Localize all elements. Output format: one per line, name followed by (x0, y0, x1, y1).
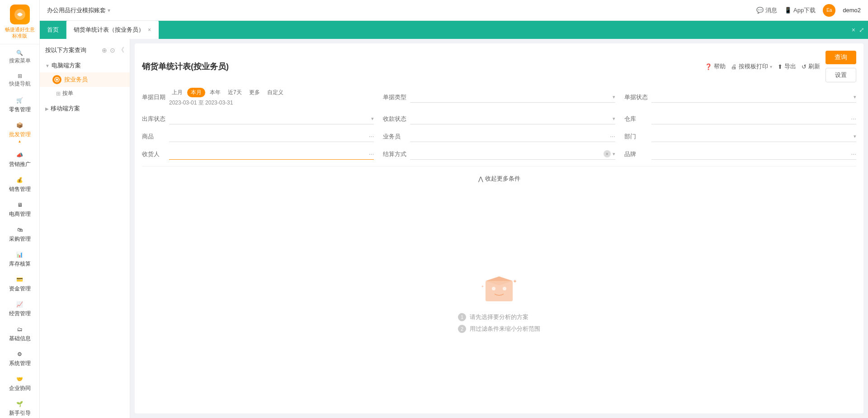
refresh-button[interactable]: ↺ 刷新 (802, 62, 820, 71)
receipt-label: 收款状态 (383, 115, 406, 123)
consignee-input[interactable] (169, 151, 367, 157)
consignee-input-wrap[interactable]: ··· (169, 148, 374, 160)
sales-icon: 💰 (15, 176, 24, 185)
date-tab-this-month[interactable]: 本月 (187, 88, 205, 97)
settlement-dropdown-icon: ▾ (613, 151, 615, 157)
query-button[interactable]: 查询 (826, 51, 856, 64)
svg-point-2 (56, 79, 58, 81)
tabbar: 首页 销货单统计表（按业务员） × × ⤢ (40, 21, 868, 39)
sidebar-item-newbie[interactable]: 🌱 新手引导 (0, 396, 39, 418)
search-icon: 🔍 (16, 50, 23, 56)
sidebar-item-ecommerce[interactable]: 🖥 电商管理 (0, 197, 39, 222)
sidebar-item-finance[interactable]: 💳 资金管理 (0, 271, 39, 296)
date-tab-custom[interactable]: 自定义 (264, 88, 286, 97)
dept-dropdown[interactable]: ▾ (651, 131, 856, 142)
nav-icon: ⊞ (18, 73, 22, 79)
collapse-bar[interactable]: ⋀ 收起更多条件 (142, 170, 856, 187)
tree-parent-pc[interactable]: ▼ 电脑端方案 (40, 59, 130, 72)
topbar-left: 办公用品行业模拟账套 ▾ (47, 6, 110, 14)
sidebar-item-system[interactable]: ⚙ 系统管理 (0, 346, 39, 371)
type-input[interactable] (410, 94, 610, 100)
brand-input[interactable] (651, 151, 849, 157)
expand-tab-button[interactable]: ⤢ (859, 26, 864, 33)
export-icon: ⬆ (778, 63, 783, 70)
goods-dots[interactable]: ··· (369, 133, 374, 140)
warehouse-input-wrap[interactable]: ··· (651, 113, 856, 124)
finance-icon: 💳 (15, 275, 24, 284)
tab-close-button[interactable]: × (148, 27, 151, 33)
sidebar-item-sales[interactable]: 💰 销售管理 (0, 172, 39, 197)
export-button[interactable]: ⬆ 导出 (778, 62, 796, 71)
sidebar-item-operations[interactable]: 📈 经营管理 (0, 296, 39, 321)
expand-arrow: ▲ (18, 139, 22, 143)
dept-dropdown-icon: ▾ (854, 133, 856, 139)
goods-input-wrap[interactable]: ··· (169, 131, 374, 142)
help-button[interactable]: ❓ 帮助 (705, 62, 726, 71)
print-icon: 🖨 (731, 63, 737, 70)
settlement-dropdown[interactable]: × ▾ (410, 148, 615, 160)
close-all-tabs-button[interactable]: × (852, 26, 855, 33)
sidebar-item-marketing[interactable]: 📣 营销推广 (0, 147, 39, 172)
salesperson-input-wrap[interactable]: ··· (410, 131, 615, 142)
tab-home[interactable]: 首页 (40, 21, 66, 39)
tree-sub-by-order[interactable]: ⊞ 按单 (40, 87, 130, 100)
type-dropdown[interactable]: ▾ (410, 92, 615, 103)
settlement-clear-button[interactable]: × (604, 150, 611, 157)
print-button[interactable]: 🖨 按模板打印 ▾ (731, 62, 772, 71)
dept-input[interactable] (651, 133, 852, 140)
filter-warehouse: 仓库 ··· (624, 113, 856, 124)
topbar: 办公用品行业模拟账套 ▾ 💬 消息 📱 App下载 Ea demo2 (40, 0, 868, 21)
sidebar-item-inventory[interactable]: 📊 库存核算 (0, 247, 39, 271)
quick-nav-button[interactable]: ⊞ 快捷导航 (0, 70, 39, 90)
brand-input-wrap[interactable]: ··· (651, 148, 856, 160)
consignee-dots[interactable]: ··· (369, 150, 374, 157)
brand-dots[interactable]: ··· (851, 150, 856, 157)
date-tab-more[interactable]: 更多 (246, 88, 263, 97)
settings-button[interactable]: 设置 (826, 68, 856, 82)
settings-scheme-button[interactable]: ⊙ (110, 47, 115, 54)
date-range-text: 2023-03-01 至 2023-03-31 (169, 99, 374, 107)
svg-text:✦: ✦ (481, 285, 484, 289)
tree-child-by-salesperson[interactable]: 按业务员 (40, 72, 130, 87)
user-avatar[interactable]: Ea (823, 4, 835, 17)
tree-arrow-mobile: ▶ (45, 106, 49, 111)
ecommerce-icon: 🖥 (15, 200, 24, 209)
out-input[interactable] (169, 115, 369, 122)
search-menu-button[interactable]: 🔍 搜索菜单 (3, 48, 37, 66)
tab-sales-stats[interactable]: 销货单统计表（按业务员） × (66, 21, 159, 39)
receipt-input[interactable] (410, 115, 610, 122)
status-input[interactable] (651, 94, 852, 100)
sidebar-item-company[interactable]: 🤝 企业协同 (0, 371, 39, 396)
sidebar-item-wholesale[interactable]: 📦 批发管理 ▲ (0, 117, 39, 147)
goods-input[interactable] (169, 133, 367, 140)
app-download-button[interactable]: 📱 App下载 (784, 6, 816, 14)
collapse-panel-button[interactable]: 《 (118, 46, 124, 54)
left-panel-title: 按以下方案查询 (45, 46, 86, 54)
warehouse-input[interactable] (651, 115, 849, 122)
add-scheme-button[interactable]: ⊕ (102, 47, 107, 54)
date-tabs: 上月 本月 本年 近7天 更多 自定义 (169, 88, 374, 97)
username-label[interactable]: demo2 (843, 7, 861, 14)
sidebar-item-base[interactable]: 🗂 基础信息 (0, 321, 39, 346)
message-button[interactable]: 💬 消息 (756, 6, 777, 14)
sidebar-item-purchase[interactable]: 🛍 采购管理 (0, 222, 39, 247)
salesperson-input[interactable] (410, 133, 608, 140)
settlement-input[interactable] (410, 151, 601, 157)
sidebar-item-retail[interactable]: 🛒 零售管理 (0, 92, 39, 117)
tree-label-mobile: 移动端方案 (51, 104, 80, 113)
tree-mobile-section[interactable]: ▶ 移动端方案 (40, 102, 130, 115)
download-icon: 📱 (784, 7, 792, 14)
topbar-title-dropdown[interactable]: 办公用品行业模拟账套 ▾ (47, 6, 110, 14)
date-tab-this-year[interactable]: 本年 (207, 88, 223, 97)
tree-label-pc: 电脑端方案 (52, 62, 81, 70)
salesperson-dots[interactable]: ··· (610, 133, 615, 140)
status-dropdown[interactable]: ▾ (651, 92, 856, 103)
main-area: 办公用品行业模拟账套 ▾ 💬 消息 📱 App下载 Ea demo2 首页 销货… (40, 0, 868, 418)
warehouse-dots[interactable]: ··· (851, 115, 856, 122)
logo-text: 畅捷通好生意 标准版 (5, 26, 35, 39)
receipt-dropdown[interactable]: ▾ (410, 114, 615, 124)
date-tab-last-month[interactable]: 上月 (169, 88, 185, 97)
date-tab-7days[interactable]: 近7天 (225, 88, 245, 97)
out-dropdown[interactable]: ▾ (169, 114, 374, 124)
filter-out-status: 出库状态 ▾ (142, 113, 374, 124)
